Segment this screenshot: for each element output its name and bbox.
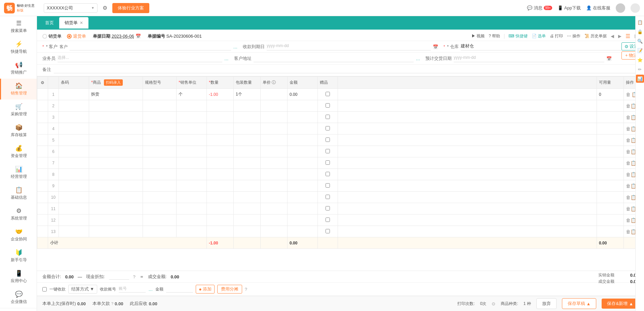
user-avatar[interactable] bbox=[616, 3, 625, 13]
rp-chart-icon[interactable]: 📊 bbox=[636, 75, 644, 83]
rp-clipboard-icon[interactable]: 📋 bbox=[636, 18, 644, 26]
rp-search-icon[interactable]: 🔍 bbox=[636, 37, 644, 45]
online-service-btn[interactable]: 👤 在线客服 bbox=[586, 5, 610, 11]
r9-u[interactable] bbox=[177, 180, 207, 192]
nav-next-icon[interactable]: ▶ bbox=[618, 34, 621, 39]
r11-a[interactable] bbox=[288, 203, 318, 215]
r12-pr[interactable] bbox=[261, 215, 288, 226]
row1-spec[interactable] bbox=[143, 89, 177, 100]
save-draft-btn[interactable]: 保存草稿 ▲ bbox=[562, 298, 597, 309]
r11-sp[interactable] bbox=[143, 203, 177, 215]
shortcut-action[interactable]: ⌨ 快捷键 bbox=[508, 33, 527, 39]
row1-price[interactable] bbox=[261, 89, 288, 100]
r10-pr[interactable] bbox=[261, 192, 288, 203]
r13-gift-cb[interactable] bbox=[326, 229, 330, 233]
r4-bc[interactable] bbox=[59, 123, 89, 134]
r2-bc[interactable] bbox=[59, 100, 89, 112]
r5-g[interactable] bbox=[89, 134, 143, 146]
r13-g[interactable] bbox=[89, 226, 143, 237]
r4-del[interactable]: 🗑 bbox=[626, 126, 631, 131]
row1-pkgqty[interactable]: 1个 bbox=[234, 89, 261, 100]
r7-sp[interactable] bbox=[143, 157, 177, 169]
r10-pq[interactable] bbox=[234, 192, 261, 203]
r5-a[interactable] bbox=[288, 134, 318, 146]
rp-note-icon[interactable]: 📝 bbox=[636, 46, 644, 54]
r6-u[interactable] bbox=[177, 146, 207, 157]
r6-bc[interactable] bbox=[59, 146, 89, 157]
r8-gift[interactable] bbox=[318, 169, 338, 180]
r12-bc[interactable] bbox=[59, 215, 89, 226]
r13-bc[interactable] bbox=[59, 226, 89, 237]
video-action[interactable]: ▶ 视频 bbox=[471, 33, 485, 39]
r6-del[interactable]: 🗑 bbox=[626, 149, 631, 154]
amount-input[interactable] bbox=[166, 286, 193, 293]
r12-g[interactable] bbox=[89, 215, 143, 226]
r7-u[interactable] bbox=[177, 157, 207, 169]
r6-sp[interactable] bbox=[143, 146, 177, 157]
r5-gift-cb[interactable] bbox=[326, 138, 330, 142]
r11-gift[interactable] bbox=[318, 203, 338, 215]
print-action[interactable]: 🖨 打印 bbox=[550, 33, 563, 39]
r13-a[interactable] bbox=[288, 226, 318, 237]
r7-gift[interactable] bbox=[318, 157, 338, 169]
rp-edit-icon[interactable]: ✏ bbox=[636, 65, 644, 73]
expected-date-cal-icon[interactable]: 📅 bbox=[606, 56, 612, 61]
discard-btn[interactable]: 放弃 bbox=[536, 298, 557, 309]
history-action[interactable]: 📜 历史单据 bbox=[584, 33, 607, 39]
r7-del[interactable]: 🗑 bbox=[626, 160, 631, 166]
r12-pq[interactable] bbox=[234, 215, 261, 226]
sidebar-item-basic-info[interactable]: 📋 基础信息 bbox=[0, 183, 37, 204]
r3-gift-cb[interactable] bbox=[326, 115, 330, 119]
r10-gift-cb[interactable] bbox=[326, 195, 330, 199]
r2-pq[interactable] bbox=[234, 100, 261, 112]
r9-bc[interactable] bbox=[59, 180, 89, 192]
r8-del[interactable]: 🗑 bbox=[626, 172, 631, 177]
r7-q[interactable] bbox=[207, 157, 234, 169]
r12-a[interactable] bbox=[288, 215, 318, 226]
r4-gift[interactable] bbox=[318, 123, 338, 134]
r2-gift[interactable] bbox=[318, 100, 338, 112]
r3-pr[interactable] bbox=[261, 112, 288, 123]
r2-gift-cb[interactable] bbox=[326, 103, 330, 108]
r6-gift[interactable] bbox=[318, 146, 338, 157]
r7-g[interactable] bbox=[89, 157, 143, 169]
sidebar-item-operations[interactable]: 📊 经营管理 bbox=[0, 162, 37, 183]
r8-pr[interactable] bbox=[261, 169, 288, 180]
th-settings[interactable]: ⚙ bbox=[37, 77, 48, 89]
r5-pq[interactable] bbox=[234, 134, 261, 146]
add-payment-btn[interactable]: ● 添加 bbox=[196, 285, 214, 294]
sidebar-item-search[interactable]: ☰ 搜索菜单 bbox=[0, 16, 37, 37]
r3-sp[interactable] bbox=[143, 112, 177, 123]
r10-del[interactable]: 🗑 bbox=[626, 195, 631, 200]
r2-pr[interactable] bbox=[261, 100, 288, 112]
r6-g[interactable] bbox=[89, 146, 143, 157]
r6-a[interactable] bbox=[288, 146, 318, 157]
select-action[interactable]: 📄 选单 bbox=[532, 33, 546, 39]
nav-prev-icon[interactable]: ◀ bbox=[611, 34, 614, 39]
r13-sp[interactable] bbox=[143, 226, 177, 237]
r11-q[interactable] bbox=[207, 203, 234, 215]
r11-del[interactable]: 🗑 bbox=[626, 206, 631, 211]
r12-q[interactable] bbox=[207, 215, 234, 226]
r7-gift-cb[interactable] bbox=[326, 160, 330, 165]
r5-del[interactable]: 🗑 bbox=[626, 138, 631, 143]
sidebar-item-marketing[interactable]: 📢 营销推广 bbox=[0, 58, 37, 79]
r8-pq[interactable] bbox=[234, 169, 261, 180]
radio-return[interactable]: 退货单 bbox=[67, 33, 86, 39]
r10-q[interactable] bbox=[207, 192, 234, 203]
r2-a[interactable] bbox=[288, 100, 318, 112]
r10-u[interactable] bbox=[177, 192, 207, 203]
customer-addr-dots-icon[interactable]: … bbox=[416, 56, 420, 61]
row1-gift-cb[interactable] bbox=[326, 92, 330, 96]
calendar-icon[interactable]: 📅 bbox=[136, 34, 141, 39]
r7-pq[interactable] bbox=[234, 157, 261, 169]
r12-sp[interactable] bbox=[143, 215, 177, 226]
r3-u[interactable] bbox=[177, 112, 207, 123]
sidebar-item-system[interactable]: ⚙ 系统管理 bbox=[0, 204, 37, 225]
r11-g[interactable] bbox=[89, 203, 143, 215]
sidebar-item-purchase[interactable]: 🛒 采购管理 bbox=[0, 100, 37, 120]
sidebar-item-app-center[interactable]: 📱 应用中心 bbox=[0, 266, 37, 287]
settings-button[interactable]: ⚙ bbox=[100, 3, 110, 13]
row1-unit[interactable]: 个 bbox=[177, 89, 207, 100]
r9-del[interactable]: 🗑 bbox=[626, 183, 631, 189]
